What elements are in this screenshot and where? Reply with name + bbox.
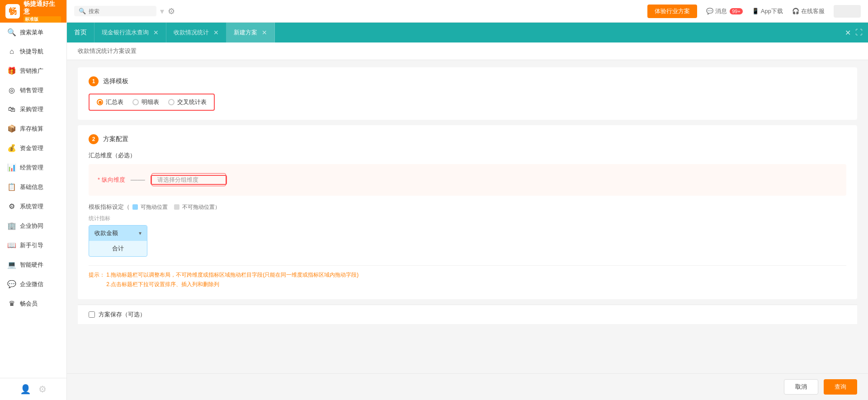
radio-dot-summary: [97, 99, 103, 105]
hint-line-2-text: 2.点击标题栏下拉可设置排序、插入列和删除列: [106, 281, 219, 287]
content-body: 1 选择模板 汇总表 明细表 交叉统计表: [67, 60, 868, 373]
sidebar-item-marketing[interactable]: 🎁 营销推广: [0, 61, 66, 80]
radio-dot-cross: [168, 99, 175, 105]
metrics-label: 模板指标设定（: [89, 203, 130, 211]
sidebar-item-purchase[interactable]: 🛍 采购管理: [0, 100, 66, 119]
home-icon: ⌂: [7, 47, 16, 56]
radio-dot-detail: [132, 99, 139, 105]
hint-draggable: 可拖动位置: [141, 203, 168, 211]
cancel-button[interactable]: 取消: [784, 379, 818, 395]
tabs-bar: 首页 现金银行流水查询 ✕ 收款情况统计 ✕ 新建方案 ✕ ✕ ⛶: [67, 23, 868, 42]
app-download-btn[interactable]: 📱 App下载: [752, 7, 783, 15]
expand-icon[interactable]: ⛶: [855, 28, 863, 37]
dimension-row: * 纵向维度 —— 请选择分组维度: [98, 175, 837, 185]
tab-new-plan[interactable]: 新建方案 ✕: [226, 23, 275, 42]
message-btn[interactable]: 💬 消息 99+: [706, 7, 743, 15]
hint-line-1-text: 1.拖动标题栏可以调整布局，不可跨维度或指标区域拖动栏目字段(只能在同一维度或指…: [106, 272, 359, 278]
metrics-card: 收款金额 ▾ 合计: [89, 225, 147, 257]
service-icon: 🎧: [792, 8, 799, 14]
step2-num: 2: [89, 134, 99, 144]
tab-receipt-stat-label: 收款情况统计: [174, 28, 209, 37]
message-badge: 99+: [730, 8, 743, 14]
sidebar-item-label: 系统管理: [20, 202, 43, 211]
metrics-config-header: 模板指标设定（ 可拖动位置 不可拖动位置）: [89, 203, 846, 211]
sidebar-item-label: 企业微信: [20, 280, 43, 288]
chart-icon: 📊: [7, 163, 16, 172]
sidebar-item-label: 畅会员: [20, 300, 38, 308]
sidebar-item-label: 新手引导: [20, 241, 43, 249]
sidebar-item-operation[interactable]: 📊 经营管理: [0, 158, 66, 177]
main-area: 🔍 ▾ ⚙ 体验行业方案 💬 消息 99+ 📱 App下载 🎧 在线客服: [67, 0, 868, 400]
hint-line-2: 提示： 2.点击标题栏下拉可设置排序、插入列和删除列: [89, 281, 846, 288]
sidebar-item-hardware[interactable]: 💻 智能硬件: [0, 255, 66, 274]
tab-bank-flow[interactable]: 现金银行流水查询 ✕: [94, 23, 166, 42]
sidebar-item-enterprise[interactable]: 🏢 企业协同: [0, 216, 66, 235]
message-label: 消息: [715, 7, 727, 15]
radio-summary[interactable]: 汇总表: [97, 98, 123, 106]
save-label: 方案保存（可选）: [99, 311, 146, 319]
gear-icon: ⚙: [7, 202, 16, 211]
hint-dot-gray: [174, 204, 179, 210]
logo-badge: 标准版: [24, 16, 61, 23]
sidebar-item-guide[interactable]: 📖 新手引导: [0, 235, 66, 255]
settings-icon[interactable]: ⚙: [168, 6, 175, 16]
sidebar-item-label: 快捷导航: [20, 47, 43, 56]
chevron-down-icon[interactable]: ▾: [160, 6, 164, 16]
tab-bank-flow-close[interactable]: ✕: [153, 29, 159, 36]
sidebar-item-sales[interactable]: ◎ 销售管理: [0, 80, 66, 100]
online-service-btn[interactable]: 🎧 在线客服: [792, 7, 825, 15]
sidebar-item-finance[interactable]: 💰 资金管理: [0, 138, 66, 158]
close-window-icon[interactable]: ✕: [845, 28, 851, 37]
building-icon: 🏢: [7, 221, 16, 230]
sidebar-item-basic[interactable]: 📋 基础信息: [0, 177, 66, 197]
sidebar-bottom-icon1[interactable]: 👤: [20, 384, 31, 395]
tab-bank-flow-label: 现金银行流水查询: [102, 28, 149, 37]
step1-section: 1 选择模板 汇总表 明细表 交叉统计表: [78, 67, 857, 120]
message-icon: 💬: [706, 8, 713, 14]
radio-cross[interactable]: 交叉统计表: [168, 98, 207, 106]
cart-icon: 🛍: [7, 105, 16, 113]
sidebar-item-member[interactable]: ♛ 畅会员: [0, 294, 66, 313]
topbar-left: 🔍 ▾ ⚙: [74, 6, 175, 16]
tab-receipt-stat-close[interactable]: ✕: [213, 29, 219, 36]
sidebar-item-inventory[interactable]: 📦 库存核算: [0, 119, 66, 138]
sidebar-bottom-icon2[interactable]: ⚙: [38, 384, 47, 395]
dimension-title: 汇总维度（必选）: [89, 151, 846, 160]
search-box[interactable]: 🔍: [74, 6, 156, 16]
footer-save: 方案保存（可选）: [78, 305, 857, 324]
search-menu-icon: 🔍: [7, 28, 16, 37]
tab-home[interactable]: 首页: [67, 23, 94, 42]
sidebar-item-label: 经营管理: [20, 164, 43, 172]
metrics-card-body: 合计: [89, 241, 147, 256]
radio-detail[interactable]: 明细表: [132, 98, 159, 106]
trial-btn[interactable]: 体验行业方案: [647, 5, 697, 18]
gift-icon: 🎁: [7, 66, 16, 75]
logo-text: 畅捷通好生意 标准版: [24, 0, 61, 23]
sidebar-item-system[interactable]: ⚙ 系统管理: [0, 197, 66, 216]
sidebar-item-quick-nav[interactable]: ⌂ 快捷导航: [0, 42, 66, 61]
logo-title: 畅捷通好生意: [24, 0, 61, 15]
user-avatar: [834, 5, 861, 18]
book-icon: 📖: [7, 241, 16, 249]
sidebar-item-label: 营销推广: [20, 67, 43, 75]
logo-icon: 畅: [5, 4, 20, 19]
sidebar-item-search-menu[interactable]: 🔍 搜索菜单: [0, 23, 66, 42]
metrics-dropdown-icon[interactable]: ▾: [139, 230, 142, 236]
vertical-label: * 纵向维度: [98, 176, 125, 184]
tab-new-plan-label: 新建方案: [234, 28, 257, 37]
radio-summary-label: 汇总表: [106, 98, 123, 106]
search-input[interactable]: [89, 8, 152, 14]
sidebar-item-wechat[interactable]: 💬 企业微信: [0, 274, 66, 294]
dimension-select[interactable]: 请选择分组维度: [151, 173, 226, 186]
sidebar: 畅 畅捷通好生意 标准版 🔍 搜索菜单 ⌂ 快捷导航 🎁 营销推广 ◎ 销售管理…: [0, 0, 67, 400]
save-checkbox[interactable]: [89, 311, 95, 318]
tab-receipt-stat[interactable]: 收款情况统计 ✕: [166, 23, 226, 42]
radio-cross-label: 交叉统计表: [177, 98, 207, 106]
tab-new-plan-close[interactable]: ✕: [262, 29, 267, 36]
tab-home-label: 首页: [74, 28, 87, 37]
hint-dot-blue: [132, 204, 138, 210]
metrics-card-header: 收款金额 ▾: [89, 226, 147, 241]
metrics-card-subtitle: 合计: [112, 245, 124, 252]
query-button[interactable]: 查询: [824, 379, 857, 395]
tabs-spacer: [275, 23, 840, 42]
